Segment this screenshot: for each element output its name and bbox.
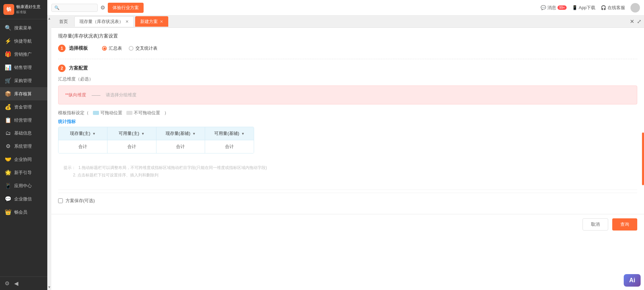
template-summary-option[interactable]: 汇总表 [102, 45, 122, 51]
tab-new-plan[interactable]: 新建方案 ✕ [135, 16, 168, 27]
app-center-icon: 📱 [5, 183, 11, 189]
section1-number: 1 [58, 45, 66, 52]
dimension-row: **纵向维度 —— 请选择分组维度 [58, 86, 637, 104]
sidebar-item-wechat[interactable]: 💬 企业微信 [0, 192, 47, 206]
col-data-2: 合计 [156, 140, 205, 153]
fixed-color-box [126, 111, 132, 115]
inventory-tab-close[interactable]: ✕ [125, 19, 129, 24]
indicator-settings: 模板指标设定（ 可拖动位置 不可拖动位置 ） [58, 110, 637, 153]
topbar-gear-icon[interactable]: ⚙ [100, 4, 105, 11]
cooperation-icon: 🤝 [5, 156, 11, 163]
app-edition: 标准版 [16, 10, 41, 15]
sidebar-item-search[interactable]: 🔍 搜索菜单 [0, 21, 47, 34]
sidebar-item-basic[interactable]: 🗂 基础信息 [0, 127, 47, 140]
left-scrollbar: ▲ ▼ [47, 16, 51, 290]
col-data-0: 合计 [58, 140, 107, 153]
cross-radio[interactable] [129, 46, 133, 51]
management-icon: 📋 [5, 117, 11, 123]
tab-expand-btn[interactable]: ⤢ [637, 18, 641, 25]
sidebar-item-label: 畅会员 [14, 209, 27, 215]
topbar-left: 🔍 ⚙ 体验行业方案 [51, 3, 538, 13]
marketing-icon: 🎁 [5, 51, 11, 57]
message-button[interactable]: 💬 消息 99+ [541, 5, 567, 11]
col-header-3[interactable]: 可用量(基辅) ▼ [205, 127, 254, 140]
app-logo-icon: 畅 [3, 4, 14, 15]
sidebar-item-purchase[interactable]: 🛒 采购管理 [0, 74, 47, 87]
stats-table-header: 现存量(主) ▼ 可用量(主) ▼ 现存量(基辅) [58, 127, 254, 140]
sidebar-item-management[interactable]: 📋 经营管理 [0, 114, 47, 127]
draggable-label: 可拖动位置 [100, 110, 122, 116]
topbar-search-box[interactable]: 🔍 [51, 4, 98, 12]
sidebar: 畅 畅康通好生意 标准版 🔍 搜索菜单 ⚡ 快捷导航 🎁 营销推广 📊 销售管理… [0, 0, 47, 290]
dimension-required-label: **纵向维度 [65, 92, 86, 98]
dimension-dash: —— [92, 93, 100, 98]
tab-close-all-btn[interactable]: ✕ [630, 18, 634, 25]
sidebar-item-inventory[interactable]: 📦 库存核算 [0, 87, 47, 100]
sidebar-item-app-center[interactable]: 📱 应用中心 [0, 179, 47, 192]
app-icon: 📱 [572, 5, 577, 10]
save-checkbox[interactable] [58, 198, 63, 203]
indicator-label-text: 模板指标设定（ [58, 110, 89, 116]
ai-badge[interactable]: Ai [624, 274, 641, 287]
fixed-label: 不可拖动位置 [134, 110, 160, 116]
indicator-label-row: 模板指标设定（ 可拖动位置 不可拖动位置 ） [58, 110, 637, 116]
search-icon: 🔍 [54, 5, 59, 10]
sidebar-footer: ⚙ ◀ [0, 276, 47, 290]
sidebar-item-label: 经营管理 [14, 117, 32, 123]
online-service-button[interactable]: 🎧 在线客服 [601, 5, 625, 11]
settings-footer-icon[interactable]: ⚙ [5, 280, 9, 287]
col-dropdown-0[interactable]: ▼ [92, 132, 96, 136]
membership-icon: 👑 [5, 209, 11, 215]
dimension-placeholder[interactable]: 请选择分组维度 [106, 92, 137, 98]
sidebar-item-label: 新手引导 [14, 170, 32, 176]
col-dropdown-3[interactable]: ▼ [241, 132, 245, 136]
query-button[interactable]: 查询 [612, 218, 637, 231]
summary-radio[interactable] [102, 46, 107, 51]
sidebar-item-finance[interactable]: 💰 资金管理 [0, 100, 47, 114]
home-tab-label: 首页 [59, 19, 68, 25]
topbar: 🔍 ⚙ 体验行业方案 💬 消息 99+ 📱 App下载 🎧 在线客服 [47, 0, 644, 16]
quick-nav-icon: ⚡ [5, 38, 11, 44]
sidebar-item-membership[interactable]: 👑 畅会员 [0, 206, 47, 219]
user-avatar[interactable] [630, 3, 640, 13]
col-dropdown-1[interactable]: ▼ [141, 132, 145, 136]
cancel-button[interactable]: 取消 [583, 218, 608, 231]
legend-fixed: 不可拖动位置 [126, 110, 160, 116]
col-header-0[interactable]: 现存量(主) ▼ [58, 127, 107, 140]
sidebar-item-sales[interactable]: 📊 销售管理 [0, 61, 47, 74]
template-cross-option[interactable]: 交叉统计表 [129, 45, 157, 51]
col-header-2[interactable]: 现存量(基辅) ▼ [156, 127, 205, 140]
sales-icon: 📊 [5, 64, 11, 71]
purchase-icon: 🛒 [5, 77, 11, 84]
tab-inventory[interactable]: 现存量（库存状况表） ✕ [74, 16, 134, 27]
sidebar-item-system[interactable]: ⚙ 系统管理 [0, 140, 47, 153]
bottom-bar: 取消 查询 [51, 214, 644, 235]
right-scrollbar-indicator [642, 132, 644, 185]
new-plan-tab-label: 新建方案 [140, 19, 158, 25]
sidebar-item-label: 企业微信 [14, 196, 32, 202]
col-header-1[interactable]: 可用量(主) ▼ [107, 127, 156, 140]
wechat-icon: 💬 [5, 196, 11, 202]
tab-home[interactable]: 首页 [54, 16, 73, 27]
section2-header: 2 方案配置 [58, 65, 637, 72]
search-input[interactable] [61, 5, 95, 10]
sidebar-logo: 畅 畅康通好生意 标准版 [0, 0, 47, 19]
sidebar-item-cooperation[interactable]: 🤝 企业协同 [0, 153, 47, 166]
stats-table: 现存量(主) ▼ 可用量(主) ▼ 现存量(基辅) [58, 127, 254, 153]
app-download-button[interactable]: 📱 App下载 [572, 5, 595, 11]
col-dropdown-2[interactable]: ▼ [192, 132, 196, 136]
tip-1: 提示： 1.拖动标题栏可以调整布局，不可跨维度或指标区域拖动栏目字段(只能在同一… [64, 164, 632, 172]
collapse-footer-icon[interactable]: ◀ [14, 280, 18, 287]
sidebar-item-quick-nav[interactable]: ⚡ 快捷导航 [0, 34, 47, 48]
save-option-label: 方案保存(可选) [66, 198, 95, 204]
new-plan-tab-close[interactable]: ✕ [160, 19, 163, 24]
trial-button[interactable]: 体验行业方案 [108, 3, 144, 13]
save-option-row: 方案保存(可选) [58, 193, 637, 209]
sidebar-item-label: 库存核算 [14, 91, 32, 97]
sidebar-item-marketing[interactable]: 🎁 营销推广 [0, 48, 47, 61]
guide-icon: 🌟 [5, 169, 11, 176]
sidebar-item-label: 资金管理 [14, 104, 32, 110]
sidebar-item-guide[interactable]: 🌟 新手引导 [0, 166, 47, 179]
section1-title: 选择模板 [69, 45, 88, 51]
section-plan-config: 2 方案配置 汇总维度（必选） **纵向维度 —— 请选择分 [58, 65, 637, 183]
